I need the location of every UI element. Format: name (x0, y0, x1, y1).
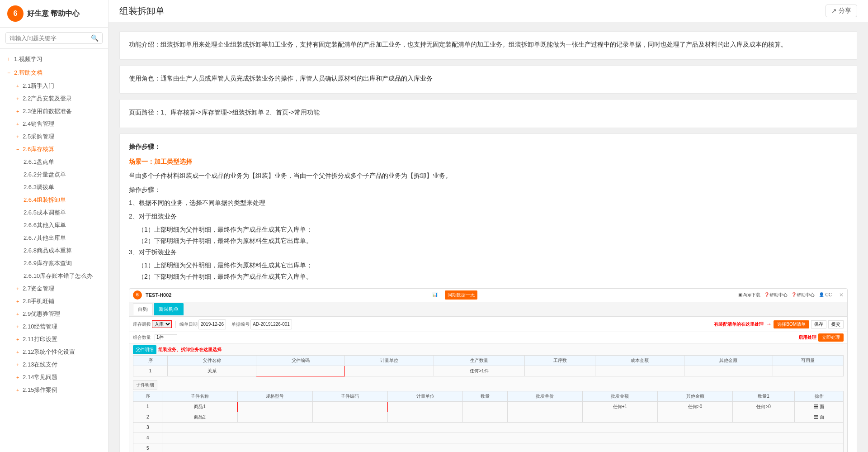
table-row: 1 关系 任何>1件 (133, 366, 844, 376)
main-area: 组装拆卸单 ↗ 分享 功能介绍：组装拆卸单用来处理企业组装或拆卸等加工业务，支持… (108, 0, 868, 452)
col-spec: 规格型号 (237, 391, 312, 402)
ss-nav-tabs: 自购 新采购单 (129, 302, 847, 317)
ss-close-icon[interactable]: ✕ (839, 290, 844, 300)
ss-tab-zigou[interactable]: 自购 (133, 303, 153, 315)
share-button[interactable]: ↗ 分享 (826, 5, 857, 17)
ss-submit-btn[interactable]: 提交 (828, 320, 844, 328)
ss-bom-btn[interactable]: 选择BOM清单 (774, 320, 809, 328)
sidebar-item-label: 1.视频学习 (14, 55, 42, 63)
sidebar-item-sysconfig[interactable]: + 2.12系统个性化设置 (0, 346, 108, 358)
ss-enable-btn[interactable]: 立即处理 (818, 333, 844, 342)
content-area: 功能介绍：组装拆卸单用来处理企业组装或拆卸等加工业务，支持有固定装配清单的产品加… (108, 22, 868, 452)
col-unit: 计量单位 (345, 356, 434, 366)
step3-1: （1）上部明细为父件明细，最终作为原材料生成其它出库单； (138, 260, 848, 271)
sidebar-item-print[interactable]: + 2.11打印设置 (0, 333, 108, 346)
cell-code (312, 402, 387, 412)
steps-title: 操作步骤： (129, 141, 848, 152)
table-row: 3 (133, 423, 844, 433)
sidebar-item-adjust[interactable]: 2.6.3调拨单 (0, 181, 108, 194)
sidebar-item-sales[interactable]: + 2.4销售管理 (0, 118, 108, 130)
search-box[interactable]: 🔍 (5, 32, 103, 44)
ss-upper-title: 父件明细 (133, 345, 156, 354)
ss-date-value: 2019-12-26 (198, 319, 226, 329)
cell-spec (237, 402, 312, 412)
col-qty2: 数量1 (733, 391, 795, 402)
ss-brand: TEST-H002 (146, 291, 171, 300)
scenario1-desc: 当由多个子件材料组装成一个成品的业务为【组装】业务，当由一个父件拆分成多个子产品… (129, 170, 848, 181)
ss-lower-label-row: 子件明细 (133, 380, 844, 390)
path-text: 页面路径：1、库存核算->库存管理->组装拆卸单 2、首页->常用功能 (129, 107, 848, 118)
sidebar-item-install[interactable]: + 2.2产品安装及登录 (0, 92, 108, 105)
ss-field-billno: 单据编号 AD-20191226-001 (231, 319, 292, 329)
ss-save-btn[interactable]: 保存 (811, 320, 826, 328)
ss-qty-input[interactable] (155, 334, 177, 341)
sidebar-item-cost[interactable]: 2.6.5成本调整单 (0, 206, 108, 219)
ss-type-label: 库存调拨 (133, 320, 151, 328)
sidebar-item-cases[interactable]: + 2.15操作案例 (0, 384, 108, 396)
role-card: 使用角色：通常由生产人员或库管人员完成拆装业务的操作，库管人员确认原材料的出库和… (119, 65, 857, 94)
sidebar-item-goodscost[interactable]: 2.6.8商品成本重算 (0, 244, 108, 257)
col-prodqty: 生产数量 (434, 356, 525, 366)
cell-avail (773, 366, 843, 376)
sidebar-item-stockerr[interactable]: 2.6.10库存账本错了怎么办 (0, 270, 108, 282)
sidebar-item-faq[interactable]: + 2.14常见问题 (0, 371, 108, 384)
col-seq: 序 (133, 391, 162, 402)
col-amount: 批发金额 (582, 391, 657, 402)
cell-qty (463, 402, 507, 412)
sidebar-item-purchase[interactable]: + 2.5采购管理 (0, 130, 108, 143)
col-parent-name: 父件名称 (168, 356, 256, 366)
app-window-header: 6 TEST-H002 📊 同期数据一无 ▣ App下载 ❓帮助中心 ❓帮助中心… (129, 289, 847, 303)
sidebar-item-newbie[interactable]: + 2.1新手入门 (0, 80, 108, 92)
search-area: 🔍 (0, 28, 108, 49)
col-child-code: 子件编码 (312, 391, 387, 402)
ss-tab-new[interactable]: 新采购单 (154, 303, 184, 315)
col-workers: 工序数 (525, 356, 595, 366)
sidebar-item-money[interactable]: + 2.7资金管理 (0, 282, 108, 295)
ss-toolbar: 库存调拨 入库 编单日期 2019-12-26 单据编号 AD-20191226… (129, 317, 847, 332)
cell-price (507, 402, 582, 412)
sidebar-item-stocktake[interactable]: 2.6.1盘点单 (0, 156, 108, 168)
sidebar-item-partial[interactable]: 2.6.2分量盘点单 (0, 168, 108, 181)
search-input[interactable] (9, 35, 91, 42)
expand-icon: + (16, 362, 19, 367)
sidebar-item-docs[interactable]: − 2.帮助文档 (0, 66, 108, 80)
expand-icon: + (7, 56, 10, 62)
cell-name: 关系 (168, 366, 256, 376)
cell-name: 商品1 (162, 402, 237, 412)
cell-amount: 任何+1 (582, 402, 657, 412)
ss-type-select[interactable]: 入库 (152, 320, 172, 328)
sidebar-item-mobile[interactable]: + 2.8手机旺铺 (0, 295, 108, 308)
col-qty: 数量 (463, 391, 507, 402)
ss-upper-annotation: 组装业务、拆卸业务在这里选择 (158, 346, 222, 354)
sidebar-item-assemble[interactable]: 2.6.4组装拆卸单 (0, 194, 108, 206)
sidebar-item-video[interactable]: + 1.视频学习 (0, 52, 108, 66)
ss-billno-value: AD-20191226-001 (250, 319, 292, 329)
sidebar-item-otherin[interactable]: 2.6.6其他入库单 (0, 219, 108, 232)
logo-area: 6 好生意 帮助中心 (0, 0, 108, 28)
sidebar-item-ops[interactable]: + 2.10经营管理 (0, 320, 108, 333)
sidebar-item-payment[interactable]: + 2.13在线支付 (0, 358, 108, 371)
ss-upper-label-row: 父件明细 组装业务、拆卸业务在这里选择 (133, 345, 844, 354)
sidebar-item-coupon[interactable]: + 2.9优惠券管理 (0, 308, 108, 320)
sidebar-item-inventory[interactable]: − 2.6库存核算 (0, 143, 108, 156)
search-icon[interactable]: 🔍 (91, 34, 99, 42)
expand-icon: + (16, 375, 19, 380)
collapse-icon: − (16, 147, 19, 152)
expand-icon: + (16, 83, 19, 89)
col-price: 批发单价 (507, 391, 582, 402)
sidebar-item-label: 2.帮助文档 (14, 69, 42, 77)
ss-qty-label: 组合数量 (133, 333, 151, 342)
ss-lower-table: 序 子件名称 规格型号 子件编码 计量单位 数量 批发单价 批发金额 其他金额 … (133, 391, 844, 452)
step3: 3、对于拆装业务 (129, 247, 848, 258)
sidebar-item-otherout[interactable]: 2.6.7其他出库单 (0, 232, 108, 244)
sidebar-item-stockquery[interactable]: 2.6.9库存账本查询 (0, 257, 108, 270)
expand-icon: + (16, 96, 19, 101)
ss-period-btn[interactable]: 同期数据一无 (445, 290, 477, 300)
expand-icon: + (16, 324, 19, 329)
ss-toolbar2: 组合数量 启用处理 立即处理 (129, 332, 847, 343)
col-seq: 序 (133, 356, 168, 366)
sidebar-item-data[interactable]: + 2.3使用前数据准备 (0, 105, 108, 118)
sidebar: 6 好生意 帮助中心 🔍 + 1.视频学习 − 2.帮助文档 + 2.1新手入门… (0, 0, 108, 452)
top-bar: 组装拆卸单 ↗ 分享 (108, 0, 868, 22)
cell-code (256, 366, 345, 376)
